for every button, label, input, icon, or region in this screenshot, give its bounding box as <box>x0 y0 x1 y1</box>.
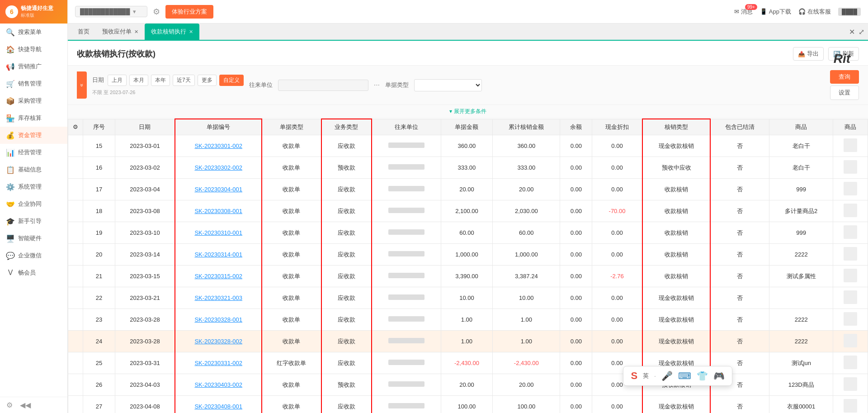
sidebar-item-hardware[interactable]: 🖥️ 智能硬件 <box>0 230 67 247</box>
user-avatar[interactable]: ████ <box>838 8 861 15</box>
sidebar-item-operation[interactable]: 📊 经营管理 <box>0 144 67 161</box>
td-settings[interactable] <box>68 244 83 266</box>
sidebar-settings-icon[interactable]: ⚙ <box>6 401 13 409</box>
td-settings[interactable] <box>68 352 83 374</box>
sidebar-item-inventory[interactable]: 🏪 库存核算 <box>0 109 67 127</box>
doc-no-link[interactable]: SK-20230328-002 <box>194 338 242 345</box>
input-popup: S 英 · 🎤 ⌨ 👕 🎮 <box>623 366 732 386</box>
operation-icon: 📊 <box>6 148 14 157</box>
td-settings[interactable] <box>68 135 83 157</box>
doc-no-link[interactable]: SK-20230310-001 <box>194 229 242 236</box>
date-this-year-btn[interactable]: 本年 <box>151 75 170 86</box>
td-no: 27 <box>83 396 115 413</box>
game-icon[interactable]: 🎮 <box>713 370 725 381</box>
keyboard-icon[interactable]: ⌨ <box>678 370 691 381</box>
app-download-btn[interactable]: 📱 App下载 <box>760 8 791 16</box>
tab-prepay-close[interactable]: ✕ <box>134 29 138 35</box>
date-last-month-btn[interactable]: 上月 <box>108 75 127 86</box>
sidebar-logo: 6 畅捷通好生意 标准版 <box>0 0 67 24</box>
tab-home[interactable]: 首页 <box>71 24 96 40</box>
doc-no-link[interactable]: SK-20230408-001 <box>194 403 242 410</box>
td-include-settled: 否 <box>710 266 769 287</box>
doc-no-link[interactable]: SK-20230314-001 <box>194 251 242 258</box>
sidebar-item-system[interactable]: ⚙️ 系统管理 <box>0 178 67 195</box>
td-customer <box>372 352 441 374</box>
expand-tab-btn[interactable]: ⤢ <box>859 28 864 36</box>
sidebar-item-corp[interactable]: 🤝 企业协同 <box>0 195 67 213</box>
th-settings[interactable]: ⚙ <box>68 119 83 135</box>
sidebar-item-wechat[interactable]: 💬 企业微信 <box>0 247 67 264</box>
sidebar-collapse-icon[interactable]: ◀◀ <box>20 401 31 409</box>
filter-settings-btn[interactable]: 设置 <box>830 85 859 100</box>
td-date: 2023-03-14 <box>115 244 175 266</box>
doc-no-link[interactable]: SK-20230403-002 <box>194 381 242 388</box>
td-settings[interactable] <box>68 157 83 179</box>
doc-no-link[interactable]: SK-20230328-001 <box>194 316 242 323</box>
td-cancel-amount: -2,430.00 <box>493 352 560 374</box>
tab-collection[interactable]: 收款核销执行 ✕ <box>145 24 199 40</box>
th-doc-type: 单据类型 <box>262 119 321 135</box>
sidebar-item-sales[interactable]: 🛒 销售管理 <box>0 75 67 92</box>
filter-toggle-btn[interactable]: » <box>77 71 87 99</box>
mic-icon[interactable]: 🎤 <box>661 370 673 381</box>
settings-icon[interactable]: ⚙ <box>153 7 160 17</box>
td-no: 17 <box>83 179 115 200</box>
table-wrap[interactable]: ⚙ 序号 日期 单据编号 单据类型 业务类型 往来单位 单据金额 累计核销金额 … <box>68 119 868 413</box>
th-doc-no: 单据编号 <box>175 119 262 135</box>
online-service-btn[interactable]: 🎧 在线客服 <box>798 8 831 16</box>
doc-no-link[interactable]: SK-20230315-002 <box>194 273 242 280</box>
td-balance: 0.00 <box>560 396 592 413</box>
tab-collection-close[interactable]: ✕ <box>189 29 193 35</box>
date-more-btn[interactable]: 更多 <box>198 75 217 86</box>
td-settings[interactable] <box>68 374 83 396</box>
td-settings[interactable] <box>68 331 83 352</box>
td-cancel-type: 收款核销 <box>642 222 711 244</box>
doc-no-link[interactable]: SK-20230321-003 <box>194 294 242 301</box>
td-cancel-type: 现金收款核销 <box>642 396 711 413</box>
sidebar-item-basic[interactable]: 📋 基础信息 <box>0 161 67 178</box>
customer-input[interactable] <box>278 80 368 91</box>
enterprise-select[interactable]: ████████████ ▾ <box>75 6 147 17</box>
date-7days-btn[interactable]: 近7天 <box>173 75 195 86</box>
sidebar-item-search[interactable]: 🔍 搜索菜单 <box>0 24 67 41</box>
sidebar-item-marketing[interactable]: 📢 营销推广 <box>0 58 67 75</box>
export-btn[interactable]: 📤 导出 <box>793 47 824 61</box>
date-this-month-btn[interactable]: 本月 <box>129 75 148 86</box>
doc-no-link[interactable]: SK-20230304-001 <box>194 186 242 193</box>
td-settings[interactable] <box>68 266 83 287</box>
td-settings[interactable] <box>68 200 83 222</box>
td-goods: 2222 <box>769 331 833 352</box>
th-discount: 现金折扣 <box>592 119 642 135</box>
doc-no-link[interactable]: SK-20230302-002 <box>194 164 242 171</box>
sidebar-item-guide[interactable]: 🎓 新手引导 <box>0 213 67 230</box>
industry-btn[interactable]: 体验行业方案 <box>165 5 213 19</box>
tab-prepay[interactable]: 预收应付单 ✕ <box>96 24 145 40</box>
td-settings[interactable] <box>68 396 83 413</box>
doc-no-link[interactable]: SK-20230301-002 <box>194 142 242 149</box>
td-settings[interactable] <box>68 222 83 244</box>
td-balance: 0.00 <box>560 331 592 352</box>
query-btn[interactable]: 查询 <box>830 70 859 84</box>
shirt-icon[interactable]: 👕 <box>697 370 708 381</box>
sidebar-item-finance[interactable]: 💰 资金管理 <box>0 127 67 144</box>
td-settings[interactable] <box>68 179 83 200</box>
sidebar-item-purchase[interactable]: 📦 采购管理 <box>0 92 67 109</box>
sidebar-item-member[interactable]: V 畅会员 <box>0 264 67 281</box>
doc-no-link[interactable]: SK-20230331-002 <box>194 360 242 366</box>
sidebar-item-quicknav[interactable]: 🏠 快捷导航 <box>0 41 67 58</box>
doc-no-link[interactable]: SK-20230308-001 <box>194 208 242 214</box>
td-settings[interactable] <box>68 287 83 309</box>
td-settings[interactable] <box>68 309 83 331</box>
sidebar-item-marketing-label: 营销推广 <box>18 62 42 71</box>
td-cancel-type: 现金收款核销 <box>642 135 711 157</box>
td-doc-no: SK-20230314-001 <box>175 244 262 266</box>
date-custom-btn[interactable]: 自定义 <box>219 75 244 86</box>
close-tab-btn[interactable]: ✕ <box>849 28 855 36</box>
doc-type-select[interactable] <box>414 79 482 91</box>
th-biz-type: 业务类型 <box>321 119 372 135</box>
td-customer <box>372 266 441 287</box>
message-btn[interactable]: ✉ 消息 99+ <box>734 8 753 16</box>
tabbar: 首页 预收应付单 ✕ 收款核销执行 ✕ ✕ ⤢ <box>68 24 868 41</box>
expand-bar[interactable]: ▾ 展开更多条件 <box>68 105 868 119</box>
sidebar-item-corp-label: 企业协同 <box>18 200 42 208</box>
